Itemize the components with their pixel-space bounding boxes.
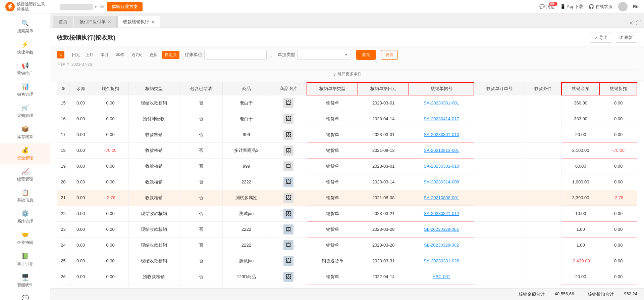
sidebar-item-0[interactable]: 🔍搜索菜单 <box>0 16 50 37</box>
table-row: 21 0.00 -2.76 收款核销 否 测试多属性 🖼 销货单 2021-08… <box>57 190 637 206</box>
this-year-btn[interactable]: 本年 <box>113 51 127 59</box>
cell-bill-no[interactable]: SA-20230321-012 <box>409 206 474 221</box>
cell-bill-no[interactable]: SA-20230301-010 <box>409 127 474 142</box>
cell-goods-img: 🖼 <box>270 95 307 111</box>
sidebar-item-12[interactable]: 🖥️智能硬件 <box>0 270 50 291</box>
cell-verify-discount: 0.00 <box>600 111 637 127</box>
notification-item[interactable]: 💬 消息 99+ <box>539 4 555 10</box>
sidebar-label-6: 资金管理 <box>17 155 33 161</box>
sidebar-item-11[interactable]: 📗新手引导 <box>0 249 50 270</box>
sidebar-icon-1: ⚡ <box>21 41 29 48</box>
cell-goods-img: 🖼 <box>270 253 307 269</box>
cell-verify-type: 现结收款核销 <box>129 206 179 221</box>
cell-bill-date: 2023-03-14 <box>358 174 409 190</box>
cell-balance: 0.00 <box>69 127 92 142</box>
verify-amount-value: 20.00 <box>575 132 586 137</box>
expand-more-button[interactable]: ∨ 展开更多条件 <box>57 70 637 78</box>
app-download-item[interactable]: 📱 App下载 <box>560 4 583 10</box>
settings-button[interactable]: 设置 <box>381 50 398 60</box>
cell-receipt-condition <box>525 206 561 221</box>
cell-bill-no[interactable]: SA-20230301-010 <box>409 158 474 174</box>
sidebar-item-7[interactable]: 📈经营管理 <box>0 164 50 185</box>
tab-close-window-btn[interactable]: ✕ <box>629 20 633 26</box>
dropdown-arrow-icon: ▾ <box>95 4 97 9</box>
export-button[interactable]: ↗ 导出 <box>590 33 612 43</box>
verify-discount-value: 0.00 <box>614 116 623 121</box>
col-header-settings[interactable]: ⚙ <box>57 82 69 95</box>
sidebar-item-4[interactable]: 🛒采购管理 <box>0 101 50 122</box>
tab-close-2[interactable]: ✕ <box>151 19 155 24</box>
cell-receipt-order-no <box>474 237 525 253</box>
custom-btn[interactable]: 自定义 <box>162 51 179 59</box>
sidebar-item-2[interactable]: 📢营销推广 <box>0 58 50 80</box>
cash-discount-value: -70.00 <box>104 148 117 153</box>
verify-amount-value: 1.00 <box>577 243 585 248</box>
verify-amount-value: 60.00 <box>575 164 586 169</box>
cell-bill-no[interactable]: SA-20230414-017 <box>409 111 474 127</box>
cell-goods: 多计量商品2 <box>223 142 270 158</box>
search-button[interactable]: 查询 <box>356 50 376 60</box>
sidebar-item-13[interactable]: 💬企业微信 <box>0 291 50 300</box>
cell-balance: 0.00 <box>69 111 92 127</box>
cell-bill-no[interactable]: SA-20230301-001 <box>409 95 474 111</box>
cell-verify-type: 现结收款核销 <box>129 221 179 237</box>
bill-type-select[interactable] <box>297 50 351 60</box>
verify-amount-value: 333.00 <box>574 116 587 121</box>
sidebar-item-8[interactable]: 📋基础信息 <box>0 185 50 207</box>
filter-collapse-btn[interactable]: » <box>57 51 64 58</box>
col-header-bill-no: 核销单据号 <box>409 82 474 95</box>
cell-receipt-condition <box>525 237 561 253</box>
counterparty-input[interactable] <box>204 50 267 60</box>
tab-maximize-btn[interactable]: ⛶ <box>636 20 641 26</box>
tab-close-1[interactable]: ✕ <box>108 19 111 24</box>
cell-id: 21 <box>57 190 69 206</box>
sidebar-item-10[interactable]: 🤝企业协同 <box>0 228 50 249</box>
sidebar-label-1: 快捷导航 <box>17 49 33 55</box>
notification-badge: 99+ <box>549 2 557 6</box>
cell-bill-no[interactable]: SA-20230314-008 <box>409 174 474 190</box>
cell-cash-discount: 0.00 <box>92 158 129 174</box>
cell-bill-no[interactable]: ABC-001 <box>409 269 474 285</box>
goods-image: 🖼 <box>283 209 293 219</box>
cell-include-settled: 否 <box>179 269 223 285</box>
industry-button[interactable]: 体验行业方案 <box>107 2 143 11</box>
cell-verify-type: 现结收款核销 <box>129 95 179 111</box>
online-support-item[interactable]: 🎧 在线客服 <box>589 4 613 10</box>
col-header-verify-type: 核销类型 <box>129 82 179 95</box>
tab-0[interactable]: 首页 <box>53 16 73 28</box>
cell-goods: 2222 <box>223 237 270 253</box>
tab-2[interactable]: 收款核销执行✕ <box>117 16 160 28</box>
company-selector[interactable]: ▾ <box>60 4 97 10</box>
sidebar-icon-10: 🤝 <box>21 231 29 239</box>
refresh-button[interactable]: ↺ 刷新 <box>615 33 637 43</box>
cell-bill-no[interactable]: SL-20230408-001 <box>409 285 474 288</box>
sidebar-item-6[interactable]: 💰资金管理 <box>0 143 50 164</box>
cell-bill-no[interactable]: SA-20210813-001 <box>409 142 474 158</box>
sidebar-item-5[interactable]: 📦库存核算 <box>0 122 50 143</box>
sidebar-item-3[interactable]: 📊销售管理 <box>0 80 50 101</box>
verify-amount-value: 2,100.00 <box>572 148 589 153</box>
cell-verify-discount: 0.00 <box>600 206 637 221</box>
cell-verify-discount: 0.00 <box>600 127 637 142</box>
settings-icon[interactable]: ⚙ <box>100 3 104 10</box>
sidebar-icon-9: ⚙️ <box>21 210 29 217</box>
table-row: 24 0.00 0.00 现结收款核销 否 2222 🖼 销货单 2023-03… <box>57 237 637 253</box>
tab-1[interactable]: 预付冲应付单✕ <box>74 16 117 28</box>
cell-bill-no[interactable]: SA-20210808-001 <box>409 190 474 206</box>
sidebar-label-8: 基础信息 <box>17 198 33 203</box>
sidebar-item-9[interactable]: ⚙️系统管理 <box>0 207 50 228</box>
cell-bill-no[interactable]: SL-20230328-002 <box>409 237 474 253</box>
sidebar-label-7: 经营管理 <box>17 176 33 182</box>
cell-bill-no[interactable]: SA-20230331-026 <box>409 253 474 269</box>
cash-discount-value: 0.00 <box>106 274 115 279</box>
last-month-btn[interactable]: 上月 <box>83 51 96 59</box>
this-month-btn[interactable]: 本月 <box>98 51 111 59</box>
sidebar-item-1[interactable]: ⚡快捷导航 <box>0 37 50 58</box>
cell-receipt-condition <box>525 111 561 127</box>
user-name: Rit <box>633 4 639 9</box>
cell-bill-no[interactable]: SL-20230328-001 <box>409 221 474 237</box>
more-btn[interactable]: 更多 <box>147 51 160 59</box>
cell-balance: 0.00 <box>69 206 92 221</box>
last-7days-btn[interactable]: 近7天 <box>129 51 145 59</box>
user-avatar[interactable] <box>618 2 628 11</box>
